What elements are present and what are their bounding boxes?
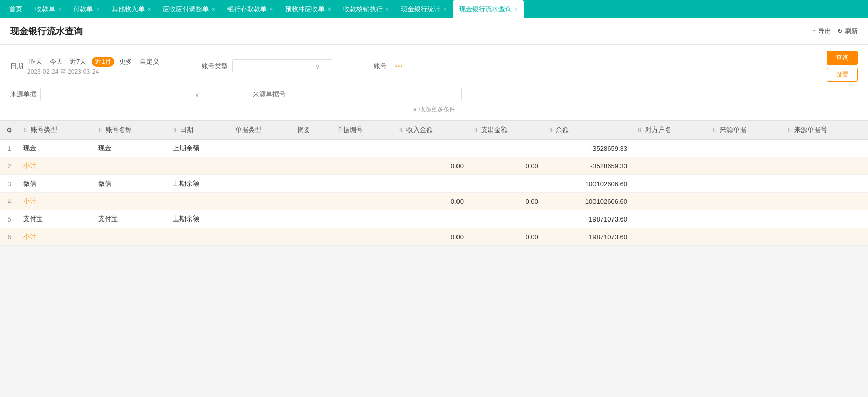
expense-cell xyxy=(469,175,543,193)
date-block: 昨天 今天 近7天 近1月 更多 自定义 2023-02-24 至 2023-0… xyxy=(27,57,161,76)
account-name-cell: 支付宝 xyxy=(93,210,168,228)
source-doc-select[interactable]: ∨ xyxy=(40,87,212,101)
collapse-bar[interactable]: ∧ 收起更多条件 xyxy=(10,105,858,114)
date-range-display: 2023-02-24 至 2023-03-24 xyxy=(27,68,161,76)
settings-icon[interactable]: ⚙ xyxy=(6,126,12,134)
date-cell xyxy=(168,228,230,246)
table-row: 4小计0.000.00100102606.60 xyxy=(0,193,868,210)
close-icon[interactable]: × xyxy=(212,6,215,12)
close-icon[interactable]: × xyxy=(328,6,331,12)
account-type-cell: 支付宝 xyxy=(18,210,93,228)
nav-item-4[interactable]: 银行存取款单 × xyxy=(221,0,279,18)
row-number: 5 xyxy=(0,210,18,228)
date-btn-more[interactable]: 更多 xyxy=(117,57,134,67)
query-button[interactable]: 查询 xyxy=(827,51,858,65)
nav-item-2[interactable]: 其他收入单 × xyxy=(106,0,157,18)
summary-cell xyxy=(292,157,332,175)
nav-item-7[interactable]: 现金银行统计 × xyxy=(395,0,452,18)
nav-item-3[interactable]: 应收应付调整单 × xyxy=(157,0,221,18)
header-actions: ↑ 导出 ↻ 刷新 xyxy=(813,27,858,36)
source-doc-no-cell xyxy=(782,157,868,175)
row-number: 3 xyxy=(0,175,18,193)
col-income: 收入金额 xyxy=(394,121,469,140)
source-doc-no-filter: 来源单据号 xyxy=(253,87,462,101)
refresh-icon: ↻ xyxy=(837,27,843,35)
col-date: 日期 xyxy=(168,121,230,140)
date-cell: 上期余额 xyxy=(168,140,230,157)
source-doc-no-cell xyxy=(782,140,868,157)
date-btn-today[interactable]: 今天 xyxy=(48,57,65,67)
nav-item-8[interactable]: 现金银行流水查询 × xyxy=(453,0,524,18)
export-icon: ↑ xyxy=(813,27,816,35)
source-doc-cell xyxy=(707,228,782,246)
expense-cell: 0.00 xyxy=(469,157,543,175)
balance-cell: 100102606.60 xyxy=(543,175,632,193)
source-doc-cell xyxy=(707,140,782,157)
doc-type-cell xyxy=(230,193,292,210)
close-icon[interactable]: × xyxy=(515,6,518,12)
table-row: 5支付宝支付宝上期余额19871073.60 xyxy=(0,210,868,228)
row-number: 1 xyxy=(0,140,18,157)
col-source-doc-no: 来源单据号 xyxy=(782,121,868,140)
col-settings[interactable]: ⚙ xyxy=(0,121,18,140)
page-title: 现金银行流水查询 xyxy=(10,25,83,37)
income-cell: 0.00 xyxy=(394,193,469,210)
expense-cell xyxy=(469,140,543,157)
expense-cell xyxy=(469,210,543,228)
nav-item-1[interactable]: 付款单 × xyxy=(67,0,105,18)
settings-button[interactable]: 设置 xyxy=(827,68,858,82)
close-icon[interactable]: × xyxy=(96,6,99,12)
chevron-down-icon: ∨ xyxy=(315,63,321,70)
more-dots[interactable]: ··· xyxy=(395,62,403,71)
action-buttons: 查询 设置 xyxy=(827,51,858,82)
close-icon[interactable]: × xyxy=(443,6,446,12)
chevron-down-icon: ∨ xyxy=(195,91,200,98)
expense-cell: 0.00 xyxy=(469,193,543,210)
income-cell: 0.00 xyxy=(394,157,469,175)
data-table: ⚙ 账号类型 账号名称 日期 单据类型 摘要 单据编号 xyxy=(0,120,868,246)
refresh-button[interactable]: ↻ 刷新 xyxy=(837,27,858,36)
date-btn-1month[interactable]: 近1月 xyxy=(92,57,114,67)
export-button[interactable]: ↑ 导出 xyxy=(813,27,832,36)
summary-cell xyxy=(292,228,332,246)
close-icon[interactable]: × xyxy=(148,6,151,12)
balance-cell: 19871073.60 xyxy=(543,210,632,228)
close-icon[interactable]: × xyxy=(58,6,61,12)
doc-type-cell xyxy=(230,228,292,246)
table-row: 3微信微信上期余额100102606.60 xyxy=(0,175,868,193)
income-cell: 0.00 xyxy=(394,228,469,246)
nav-item-0[interactable]: 收款单 × xyxy=(29,0,67,18)
date-btn-custom[interactable]: 自定义 xyxy=(138,57,161,67)
date-btn-yesterday[interactable]: 昨天 xyxy=(27,57,44,67)
date-filter: 日期 昨天 今天 近7天 近1月 更多 自定义 2023-02-24 至 202… xyxy=(10,57,161,76)
col-doc-no: 单据编号 xyxy=(332,121,394,140)
source-doc-no-input[interactable] xyxy=(290,87,462,101)
account-name-cell xyxy=(93,193,168,210)
source-doc-no-cell xyxy=(782,228,868,246)
source-doc-cell xyxy=(707,210,782,228)
table-row: 2小计0.000.00-3528659.33 xyxy=(0,157,868,175)
table-header-row: ⚙ 账号类型 账号名称 日期 单据类型 摘要 单据编号 xyxy=(0,121,868,140)
source-doc-label: 来源单据 xyxy=(10,90,36,99)
income-cell xyxy=(394,140,469,157)
counterpart-cell xyxy=(632,157,707,175)
income-cell xyxy=(394,175,469,193)
account-type-select[interactable]: ∨ xyxy=(232,59,333,73)
nav-item-5[interactable]: 预收冲应收单 × xyxy=(279,0,337,18)
table-row: 6小计0.000.0019871073.60 xyxy=(0,228,868,246)
close-icon[interactable]: × xyxy=(270,6,273,12)
source-doc-no-cell xyxy=(782,210,868,228)
col-source-doc: 来源单据 xyxy=(707,121,782,140)
nav-home[interactable]: 首页 xyxy=(2,0,29,18)
col-counterpart: 对方户名 xyxy=(632,121,707,140)
nav-item-6[interactable]: 收款核销执行 × xyxy=(337,0,395,18)
balance-cell: 19871073.60 xyxy=(543,228,632,246)
filter-area: 日期 昨天 今天 近7天 近1月 更多 自定义 2023-02-24 至 202… xyxy=(0,45,868,120)
date-btn-7days[interactable]: 近7天 xyxy=(68,57,88,67)
close-icon[interactable]: × xyxy=(386,6,389,12)
date-cell xyxy=(168,193,230,210)
summary-cell xyxy=(292,175,332,193)
table-body: 1现金现金上期余额-3528659.332小计0.000.00-3528659.… xyxy=(0,140,868,246)
doc-no-cell xyxy=(332,175,394,193)
source-doc-filter: 来源单据 ∨ xyxy=(10,87,212,101)
